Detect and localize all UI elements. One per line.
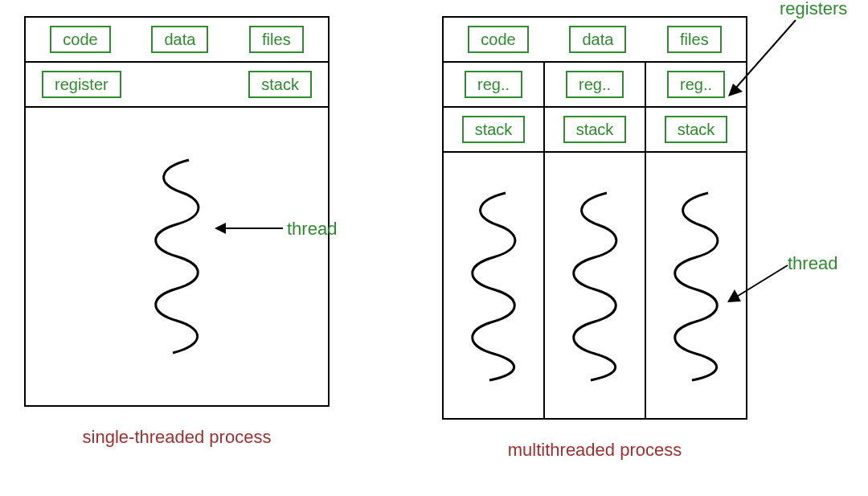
multithreaded-column: code data files reg.. reg.. reg.. stack … xyxy=(442,16,747,461)
files-box: files xyxy=(667,26,722,53)
registers-arrow-icon xyxy=(723,12,820,100)
code-box: code xyxy=(468,26,528,53)
thread-squiggle-icon xyxy=(461,189,526,382)
multi-thread-area xyxy=(444,153,746,418)
thread-column xyxy=(545,153,646,418)
multi-shared-row: code data files xyxy=(444,18,746,63)
data-box: data xyxy=(569,26,626,53)
multi-registers-row: reg.. reg.. reg.. xyxy=(444,63,746,108)
code-box: code xyxy=(50,26,110,53)
single-process-box: code data files register stack thread xyxy=(24,16,330,407)
single-thread-area: thread xyxy=(26,108,328,405)
svg-line-4 xyxy=(735,265,788,297)
single-shared-row: code data files xyxy=(26,18,328,63)
stack-box: stack xyxy=(563,116,627,143)
register-box: reg.. xyxy=(667,71,725,98)
stack-box: stack xyxy=(462,116,526,143)
svg-line-2 xyxy=(735,20,796,88)
register-box: reg.. xyxy=(566,71,624,98)
data-box: data xyxy=(151,26,208,53)
register-box: register xyxy=(42,71,121,98)
thread-label: thread xyxy=(287,219,337,240)
svg-marker-1 xyxy=(215,223,226,234)
thread-squiggle-icon xyxy=(141,156,213,357)
thread-column xyxy=(444,153,545,418)
thread-squiggle-icon xyxy=(664,189,728,382)
single-threaded-column: code data files register stack thread si… xyxy=(24,16,330,461)
svg-marker-3 xyxy=(728,84,743,96)
multi-process-box: code data files reg.. reg.. reg.. stack … xyxy=(442,16,747,420)
thread-arrow-icon xyxy=(215,212,287,244)
thread-squiggle-icon xyxy=(563,189,627,382)
stack-box: stack xyxy=(248,71,312,98)
single-caption: single-threaded process xyxy=(83,427,272,448)
thread-arrow-icon xyxy=(723,257,804,314)
multi-stacks-row: stack stack stack xyxy=(444,108,746,153)
thread-diagram: code data files register stack thread si… xyxy=(16,16,852,461)
stack-box: stack xyxy=(665,116,728,143)
single-thread-state-row: register stack xyxy=(26,63,328,108)
multi-caption: multithreaded process xyxy=(508,440,682,461)
register-box: reg.. xyxy=(465,71,522,98)
files-box: files xyxy=(249,26,304,53)
